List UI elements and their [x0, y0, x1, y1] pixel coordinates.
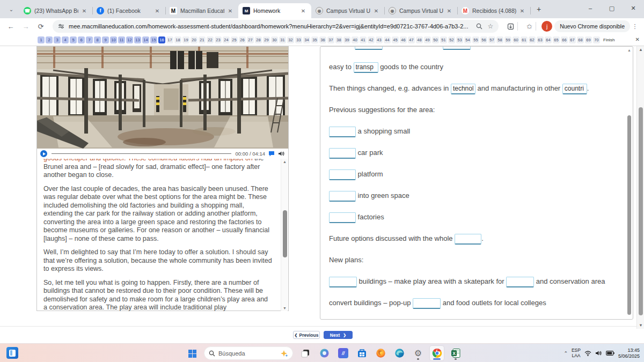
question-3[interactable]: 3 — [54, 36, 61, 43]
edge-icon[interactable] — [392, 346, 406, 360]
question-57[interactable]: 57 — [488, 36, 495, 43]
site-settings-icon[interactable] — [58, 23, 64, 29]
transcript-panel[interactable]: goods cheaper and quicker. These combine… — [37, 159, 280, 311]
question-40[interactable]: 40 — [352, 36, 358, 43]
settings-icon[interactable]: ⚙ — [411, 346, 425, 360]
question-14[interactable]: 14 — [142, 36, 149, 43]
question-13[interactable]: 13 — [134, 36, 141, 43]
question-36[interactable]: 36 — [319, 36, 326, 43]
question-23[interactable]: 23 — [215, 36, 222, 43]
question-9[interactable]: 9 — [102, 36, 109, 43]
new-tab-button[interactable]: + — [532, 3, 545, 16]
question-35[interactable]: 35 — [311, 36, 318, 43]
question-62[interactable]: 62 — [529, 36, 536, 43]
question-8[interactable]: 8 — [94, 36, 101, 43]
answer-input[interactable] — [413, 298, 441, 309]
profile-avatar[interactable]: j — [541, 21, 552, 32]
wifi-icon[interactable] — [584, 351, 591, 356]
question-12[interactable]: 12 — [126, 36, 133, 43]
browser-tab-4[interactable]: ◉Campus Virtual UPAC✕ — [311, 3, 384, 18]
question-bar-close-icon[interactable]: ✕ — [635, 36, 640, 42]
question-58[interactable]: 58 — [496, 36, 503, 43]
question-48[interactable]: 48 — [416, 36, 423, 43]
browser-tab-1[interactable]: f(1) Facebook✕ — [92, 3, 165, 18]
question-50[interactable]: 50 — [432, 36, 439, 43]
question-22[interactable]: 22 — [207, 36, 214, 43]
previous-button[interactable]: ❮Previous — [293, 331, 320, 339]
question-46[interactable]: 46 — [400, 36, 407, 43]
store-icon[interactable] — [355, 346, 369, 360]
question-44[interactable]: 44 — [384, 36, 391, 43]
question-70[interactable]: 70 — [593, 36, 600, 43]
question-15[interactable]: 15 — [150, 36, 157, 43]
answer-input[interactable] — [506, 277, 534, 287]
question-1[interactable]: 1 — [38, 36, 45, 43]
browser-tab-2[interactable]: MMacmillan Education✕ — [165, 3, 238, 18]
question-37[interactable]: 37 — [327, 36, 334, 43]
speaker-icon[interactable] — [595, 350, 602, 356]
question-59[interactable]: 59 — [504, 36, 511, 43]
scroll-down-icon[interactable]: ▼ — [281, 306, 288, 310]
question-27[interactable]: 27 — [247, 36, 254, 43]
excel-icon[interactable]: X — [449, 346, 463, 360]
answer-input[interactable] — [329, 277, 357, 287]
question-47[interactable]: 47 — [408, 36, 415, 43]
address-bar[interactable]: mee.macmillaneducation.com/homework-asse… — [53, 20, 499, 33]
question-55[interactable]: 55 — [472, 36, 479, 43]
answer-input[interactable] — [329, 212, 356, 223]
browser-tab-6[interactable]: MRecibidos (4.088) - js✕ — [457, 3, 530, 18]
question-7[interactable]: 7 — [86, 36, 93, 43]
browser-menu-icon[interactable]: ⋮ — [630, 20, 640, 32]
bookmark-star-icon[interactable]: ☆ — [488, 23, 494, 30]
question-49[interactable]: 49 — [424, 36, 431, 43]
back-button[interactable]: ← — [4, 20, 17, 33]
question-54[interactable]: 54 — [464, 36, 471, 43]
question-41[interactable]: 41 — [360, 36, 367, 43]
question-18[interactable]: 18 — [174, 36, 181, 43]
chrome-update-chip[interactable]: Nuevo Chrome disponible — [554, 20, 630, 32]
question-33[interactable]: 33 — [295, 36, 302, 43]
answer-input[interactable] — [354, 62, 378, 73]
video-poster-factory[interactable] — [37, 47, 288, 149]
question-38[interactable]: 38 — [335, 36, 342, 43]
maximize-button[interactable]: ▢ — [601, 0, 623, 16]
browser-tab-0[interactable]: ☎(23) WhatsApp Busin✕ — [19, 3, 92, 18]
question-25[interactable]: 25 — [231, 36, 238, 43]
battery-icon[interactable] — [606, 351, 614, 356]
question-65[interactable]: 65 — [553, 36, 560, 43]
question-68[interactable]: 68 — [577, 36, 584, 43]
question-30[interactable]: 30 — [271, 36, 278, 43]
tab-search-button[interactable]: ⌄ — [4, 2, 18, 16]
question-69[interactable]: 69 — [585, 36, 592, 43]
side-panel-icon[interactable] — [507, 23, 514, 30]
answer-input[interactable] — [562, 84, 587, 94]
widgets-icon[interactable] — [6, 347, 18, 359]
tab-close-icon[interactable]: ✕ — [299, 7, 307, 14]
question-6[interactable]: 6 — [78, 36, 85, 43]
language-indicator[interactable]: ESPLAA — [572, 348, 581, 358]
question-45[interactable]: 45 — [392, 36, 399, 43]
answer-input[interactable] — [329, 127, 356, 137]
exercise-scroll-thumb[interactable] — [627, 115, 631, 315]
macmillan-app-icon[interactable]: // — [336, 346, 350, 360]
volume-icon[interactable] — [278, 151, 285, 157]
start-button[interactable] — [186, 348, 198, 359]
question-31[interactable]: 31 — [279, 36, 286, 43]
question-24[interactable]: 24 — [223, 36, 230, 43]
question-51[interactable]: 51 — [440, 36, 447, 43]
play-button[interactable] — [40, 150, 47, 157]
browser-tab-3[interactable]: MHomework✕ — [238, 3, 311, 18]
question-21[interactable]: 21 — [199, 36, 206, 43]
question-53[interactable]: 53 — [456, 36, 463, 43]
zoom-icon[interactable] — [476, 23, 482, 29]
answer-input[interactable] — [355, 47, 383, 50]
firefox-icon[interactable] — [374, 346, 387, 360]
reload-button[interactable]: ⟳ — [34, 20, 47, 33]
tab-close-icon[interactable]: ✕ — [518, 7, 526, 14]
page-scroll-up-icon[interactable]: ▲ — [637, 47, 644, 52]
question-26[interactable]: 26 — [239, 36, 246, 43]
forward-button[interactable]: → — [19, 20, 32, 33]
answer-input[interactable] — [455, 234, 481, 245]
question-4[interactable]: 4 — [62, 36, 69, 43]
question-5[interactable]: 5 — [70, 36, 77, 43]
